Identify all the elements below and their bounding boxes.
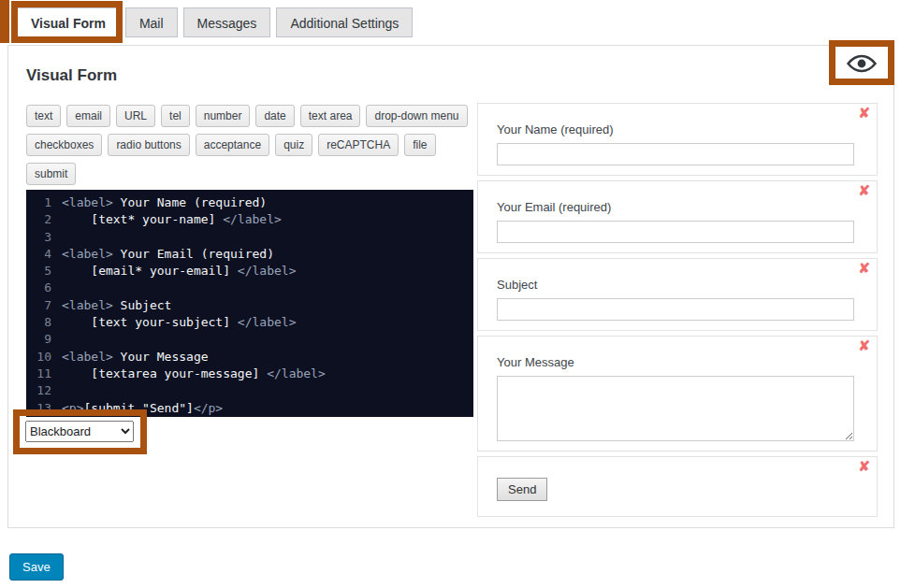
tag-button-text[interactable]: text bbox=[26, 105, 61, 127]
code-text: <label> Subject bbox=[62, 297, 171, 314]
line-number: 8 bbox=[26, 314, 62, 331]
code-line: 12 bbox=[26, 382, 473, 399]
tag-button-tel[interactable]: tel bbox=[161, 105, 190, 127]
code-text: [text* your-name] </label> bbox=[62, 211, 282, 228]
code-line: 8 [text your-subject] </label> bbox=[26, 314, 473, 331]
code-text: <label> Your Message bbox=[62, 349, 209, 366]
tag-button-checkboxes[interactable]: checkboxes bbox=[26, 134, 102, 156]
line-number: 6 bbox=[26, 280, 62, 296]
preview-panel-your-name-required: ✘Your Name (required) bbox=[477, 103, 878, 176]
line-number: 11 bbox=[26, 366, 62, 382]
tab-mail[interactable]: Mail bbox=[125, 7, 178, 37]
code-line: 1<label> Your Name (required) bbox=[26, 194, 473, 211]
save-button[interactable]: Save bbox=[9, 553, 64, 581]
tag-button-url[interactable]: URL bbox=[116, 105, 155, 127]
code-line: 6 bbox=[26, 280, 473, 296]
line-number: 13 bbox=[26, 400, 62, 417]
code-line: 2 [text* your-name] </label> bbox=[26, 211, 473, 228]
code-editor[interactable]: 1<label> Your Name (required)2 [text* yo… bbox=[26, 190, 473, 417]
line-number: 9 bbox=[26, 331, 62, 348]
preview-send-button[interactable]: Send bbox=[497, 478, 547, 501]
preview-field-label: Your Message bbox=[497, 355, 854, 369]
line-number: 10 bbox=[26, 349, 62, 366]
tag-button-acceptance[interactable]: acceptance bbox=[196, 134, 269, 156]
tag-button-file[interactable]: file bbox=[404, 134, 435, 156]
code-line: 13<p>[submit "Send"]</p> bbox=[26, 400, 473, 417]
code-line: 3 bbox=[26, 229, 473, 246]
eye-icon bbox=[846, 62, 878, 78]
tag-button-email[interactable]: email bbox=[66, 105, 110, 127]
preview-panel-your-message: ✘Your Message bbox=[477, 336, 878, 452]
delete-field-icon[interactable]: ✘ bbox=[858, 105, 870, 122]
form-preview: ✘Your Name (required)✘Your Email (requir… bbox=[477, 103, 878, 522]
delete-field-icon[interactable]: ✘ bbox=[858, 182, 870, 199]
line-number: 7 bbox=[26, 297, 62, 314]
code-line: 5 [email* your-email] </label> bbox=[26, 263, 473, 280]
code-line: 11 [textarea your-message] </label> bbox=[26, 366, 473, 382]
delete-field-icon[interactable]: ✘ bbox=[858, 337, 870, 354]
line-number: 2 bbox=[26, 211, 62, 228]
code-text: <p>[submit "Send"]</p> bbox=[62, 400, 223, 417]
tag-button-submit[interactable]: submit bbox=[26, 163, 76, 185]
theme-select[interactable]: Blackboard bbox=[25, 421, 134, 442]
code-line: 7<label> Subject bbox=[26, 297, 473, 314]
line-number: 4 bbox=[26, 246, 62, 263]
preview-your-email-required-input[interactable] bbox=[497, 221, 854, 243]
preview-field-label: Your Email (required) bbox=[497, 200, 854, 214]
preview-your-name-required-input[interactable] bbox=[497, 143, 854, 165]
delete-field-icon[interactable]: ✘ bbox=[858, 260, 870, 277]
preview-field-label: Subject bbox=[497, 278, 854, 292]
line-number: 1 bbox=[26, 194, 62, 211]
preview-panel-send: ✘Send bbox=[477, 456, 878, 517]
tag-button-quiz[interactable]: quiz bbox=[275, 134, 312, 156]
annotation-corner-bar bbox=[0, 0, 9, 43]
tag-button-date[interactable]: date bbox=[255, 105, 294, 127]
tag-button-recaptcha[interactable]: reCAPTCHA bbox=[318, 134, 399, 156]
tab-messages[interactable]: Messages bbox=[183, 7, 271, 37]
code-line: 4<label> Your Email (required) bbox=[26, 246, 473, 263]
preview-panel-your-email-required: ✘Your Email (required) bbox=[477, 180, 878, 253]
preview-subject-input[interactable] bbox=[497, 298, 854, 321]
code-line: 9 bbox=[26, 331, 473, 348]
delete-field-icon[interactable]: ✘ bbox=[858, 458, 870, 475]
code-text: [text your-subject] </label> bbox=[62, 314, 296, 331]
tab-bar: Visual FormMailMessagesAdditional Settin… bbox=[17, 7, 413, 37]
code-line: 10<label> Your Message bbox=[26, 349, 473, 366]
page: Visual FormMailMessagesAdditional Settin… bbox=[0, 0, 915, 588]
code-text: [email* your-email] </label> bbox=[62, 263, 296, 280]
tab-visual-form[interactable]: Visual Form bbox=[17, 7, 120, 37]
preview-your-message-textarea[interactable] bbox=[497, 376, 854, 441]
preview-eye-button[interactable] bbox=[846, 52, 878, 75]
code-text: <label> Your Email (required) bbox=[62, 246, 274, 263]
preview-field-label: Your Name (required) bbox=[497, 122, 854, 136]
tag-button-text-area[interactable]: text area bbox=[300, 105, 361, 127]
tag-button-radio-buttons[interactable]: radio buttons bbox=[108, 134, 189, 156]
line-number: 5 bbox=[26, 263, 62, 280]
tag-button-number[interactable]: number bbox=[196, 105, 251, 127]
code-text: [textarea your-message] </label> bbox=[62, 366, 326, 382]
line-number: 12 bbox=[26, 382, 62, 399]
tag-generator-buttons: textemailURLtelnumberdatetext areadrop-d… bbox=[26, 105, 487, 185]
preview-panel-subject: ✘Subject bbox=[477, 258, 878, 331]
tag-button-drop-down-menu[interactable]: drop-down menu bbox=[366, 105, 467, 127]
line-number: 3 bbox=[26, 229, 62, 246]
tab-additional-settings[interactable]: Additional Settings bbox=[276, 7, 413, 37]
code-text: <label> Your Name (required) bbox=[62, 194, 267, 211]
panel-title: Visual Form bbox=[26, 66, 117, 85]
